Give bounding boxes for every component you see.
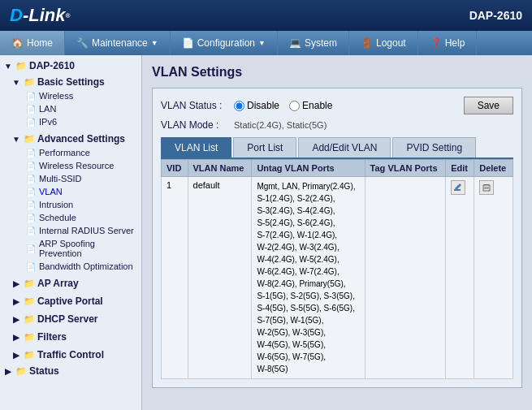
sidebar-item-performance[interactable]: 📄 Performance <box>8 146 141 159</box>
sidebar-group-advanced: ▼ 📁 Advanced Settings 📄 Performance 📄 Wi… <box>0 130 141 274</box>
vlan-mode-value: Static(2.4G), Static(5G) <box>234 120 327 130</box>
tabs: VLAN List Port List Add/Edit VLAN PVID S… <box>161 137 513 159</box>
page-icon-performance: 📄 <box>26 149 36 158</box>
vlan-status-label: VLAN Status : <box>161 100 226 111</box>
cell-delete[interactable] <box>474 177 513 379</box>
save-button[interactable]: Save <box>464 97 513 114</box>
vlan-status-radio-group: Disable Enable <box>234 100 332 111</box>
delete-button[interactable] <box>479 180 494 195</box>
radio-disable-input[interactable] <box>234 101 244 111</box>
sidebar-item-arp[interactable]: 📄 ARP Spoofing Prevention <box>8 237 141 260</box>
folder-icon-captive: 📁 <box>24 296 35 307</box>
tab-add-edit-vlan[interactable]: Add/Edit VLAN <box>298 137 391 158</box>
nav-help[interactable]: ❓ Help <box>418 31 478 55</box>
radio-enable[interactable]: Enable <box>289 100 332 111</box>
device-name: DAP-2610 <box>469 9 522 22</box>
expand-icon-advanced: ▼ <box>11 134 21 144</box>
table-row: 1 default Mgmt, LAN, Primary(2.4G), S-1(… <box>162 177 513 379</box>
sidebar-item-wireless[interactable]: 📄 Wireless <box>8 89 141 102</box>
tab-pvid-setting[interactable]: PVID Setting <box>392 137 476 158</box>
page-icon-wireless-resource: 📄 <box>26 162 36 170</box>
page-icon-multi-ssid: 📄 <box>26 175 36 183</box>
edit-button[interactable] <box>451 180 465 195</box>
nav-maintenance[interactable]: 🔧 Maintenance ▼ <box>65 31 171 55</box>
folder-icon-ap: 📁 <box>24 278 35 289</box>
sidebar-captive-header[interactable]: ▶ 📁 Captive Portal <box>8 294 141 309</box>
page-icon-radius: 📄 <box>26 227 36 235</box>
expand-icon-traffic: ▶ <box>11 350 21 360</box>
expand-icon: ▼ <box>3 61 13 71</box>
radio-disable[interactable]: Disable <box>234 100 279 111</box>
sidebar-advanced-settings-header[interactable]: ▼ 📁 Advanced Settings <box>8 132 141 146</box>
col-vid: VID <box>162 160 188 177</box>
nav-configuration[interactable]: 📄 Configuration ▼ <box>171 31 278 55</box>
page-icon-lan: 📄 <box>26 105 36 114</box>
nav-home[interactable]: 🏠 Home <box>0 31 65 55</box>
page-icon-intrusion: 📄 <box>26 201 36 209</box>
sidebar-root[interactable]: ▼ 📁 DAP-2610 <box>0 58 141 73</box>
sidebar-item-schedule[interactable]: 📄 Schedule <box>8 211 141 224</box>
cell-untag: Mgmt, LAN, Primary(2.4G), S-1(2.4G), S-2… <box>252 177 365 379</box>
folder-icon-basic: 📁 <box>24 77 35 88</box>
cell-vid: 1 <box>162 177 188 379</box>
expand-icon-filters: ▶ <box>11 332 21 342</box>
sidebar-dhcp-header[interactable]: ▶ 📁 DHCP Server <box>8 312 141 326</box>
expand-icon-dhcp: ▶ <box>11 314 21 324</box>
chevron-down-icon2: ▼ <box>258 39 266 47</box>
page-icon-bandwidth: 📄 <box>26 262 36 271</box>
vlan-mode-row: VLAN Mode : Static(2.4G), Static(5G) <box>161 119 513 131</box>
system-icon: 💻 <box>289 37 301 49</box>
folder-icon-status: 📁 <box>15 366 27 377</box>
config-icon: 📄 <box>182 37 194 49</box>
tab-vlan-list[interactable]: VLAN List <box>161 137 231 158</box>
expand-icon-status: ▶ <box>3 366 13 376</box>
expand-icon-captive: ▶ <box>11 296 21 306</box>
sidebar-item-wireless-resource[interactable]: 📄 Wireless Resource <box>8 159 141 172</box>
help-icon: ❓ <box>430 37 442 49</box>
sidebar-group-filters: ▶ 📁 Filters <box>0 328 141 346</box>
cell-edit[interactable] <box>446 177 474 379</box>
sidebar-status[interactable]: ▶ 📁 Status <box>0 364 141 378</box>
col-name: VLAN Name <box>188 160 252 177</box>
col-edit: Edit <box>446 160 474 177</box>
sidebar-ap-array-header[interactable]: ▶ 📁 AP Array <box>8 276 141 291</box>
vlan-table: VID VLAN Name Untag VLAN Ports Tag VLAN … <box>161 159 513 379</box>
col-delete: Delete <box>474 160 513 177</box>
radio-enable-input[interactable] <box>289 101 300 111</box>
sidebar-group-basic: ▼ 📁 Basic Settings 📄 Wireless 📄 LAN 📄 IP… <box>0 73 141 130</box>
sidebar-item-intrusion[interactable]: 📄 Intrusion <box>8 198 141 211</box>
dlink-logo: D-Link® <box>10 5 70 26</box>
svg-rect-0 <box>454 189 461 191</box>
tab-port-list[interactable]: Port List <box>233 137 296 158</box>
folder-icon: 📁 <box>15 61 27 71</box>
sidebar-item-bandwidth[interactable]: 📄 Bandwidth Optimization <box>8 260 141 273</box>
cell-tag <box>365 177 446 379</box>
page-icon-ipv6: 📄 <box>26 118 36 127</box>
home-icon: 🏠 <box>11 37 24 49</box>
col-tag: Tag VLAN Ports <box>365 160 446 177</box>
sidebar-item-radius[interactable]: 📄 Internal RADIUS Server <box>8 224 141 237</box>
nav-logout[interactable]: 🚪 Logout <box>349 31 418 55</box>
vlan-mode-label: VLAN Mode : <box>161 119 226 131</box>
navbar: 🏠 Home 🔧 Maintenance ▼ 📄 Configuration ▼… <box>0 31 532 55</box>
edit-icon <box>453 183 463 192</box>
sidebar-group-traffic: ▶ 📁 Traffic Control <box>0 346 141 364</box>
sidebar-item-vlan[interactable]: 📄 VLAN <box>8 185 141 198</box>
nav-system[interactable]: 💻 System <box>278 31 349 55</box>
sidebar-item-multi-ssid[interactable]: 📄 Multi-SSID <box>8 172 141 185</box>
sidebar-traffic-header[interactable]: ▶ 📁 Traffic Control <box>8 347 141 362</box>
folder-icon-traffic: 📁 <box>24 350 35 360</box>
sidebar-item-lan[interactable]: 📄 LAN <box>8 102 141 115</box>
page-icon-arp: 📄 <box>26 244 36 253</box>
tools-icon: 🔧 <box>76 37 89 49</box>
page-icon-wireless: 📄 <box>26 92 36 101</box>
delete-icon <box>482 183 491 192</box>
content-area: VLAN Settings VLAN Status : Disable Enab… <box>142 55 532 410</box>
svg-marker-1 <box>455 183 461 190</box>
sidebar-filters-header[interactable]: ▶ 📁 Filters <box>8 330 141 344</box>
folder-icon-dhcp: 📁 <box>24 314 35 325</box>
sidebar-basic-settings-header[interactable]: ▼ 📁 Basic Settings <box>8 75 141 89</box>
folder-icon-filters: 📁 <box>24 332 35 343</box>
sidebar-item-ipv6[interactable]: 📄 IPv6 <box>8 115 141 128</box>
vlan-status-row: VLAN Status : Disable Enable Save <box>161 97 513 114</box>
